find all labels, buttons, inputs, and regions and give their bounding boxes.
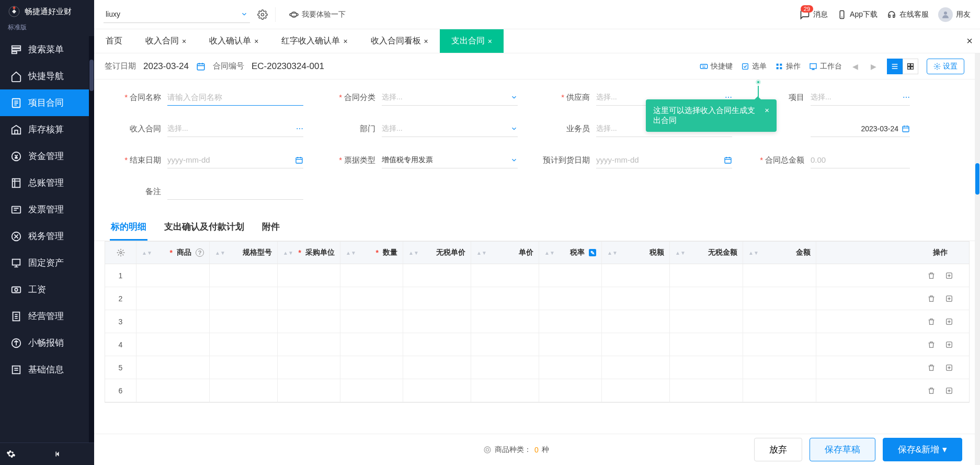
tab-close-icon[interactable]: × xyxy=(254,37,258,46)
nav-label: 总账管理 xyxy=(28,177,64,189)
workbench-action[interactable]: 工作台 xyxy=(809,62,842,71)
sort-icon[interactable]: ▲▼ xyxy=(408,251,419,255)
department-select[interactable]: 选择... xyxy=(382,120,518,137)
delete-row-icon[interactable] xyxy=(927,317,936,326)
experience-link[interactable]: 我要体验一下 xyxy=(283,10,352,19)
save-new-button[interactable]: 保存&新增▾ xyxy=(883,438,962,461)
messages-badge: 29 xyxy=(801,5,813,13)
delete-row-icon[interactable] xyxy=(927,387,936,395)
tab-close-icon[interactable]: × xyxy=(488,37,492,46)
table-row[interactable]: 6 xyxy=(105,379,969,402)
nav-ledger[interactable]: 总账管理 xyxy=(0,169,89,196)
nav-funds[interactable]: 资金管理 xyxy=(0,143,89,169)
delete-row-icon[interactable] xyxy=(927,271,936,280)
gear-icon[interactable] xyxy=(257,9,268,20)
close-all-tabs[interactable]: × xyxy=(959,29,980,53)
add-row-icon[interactable] xyxy=(945,341,953,349)
remark-input[interactable] xyxy=(167,183,303,200)
user-selector[interactable]: liuxy xyxy=(104,6,250,23)
sort-icon[interactable]: ▲▼ xyxy=(476,251,487,255)
view-list-button[interactable] xyxy=(887,59,903,74)
add-row-icon[interactable] xyxy=(945,271,953,280)
nav-basic[interactable]: 基础信息 xyxy=(0,356,89,383)
add-row-icon[interactable] xyxy=(945,294,953,303)
sort-icon[interactable]: ▲▼ xyxy=(346,251,356,255)
tab-expense-contract[interactable]: 支出合同× xyxy=(440,29,504,53)
delete-row-icon[interactable] xyxy=(927,341,936,349)
sort-icon[interactable]: ▲▼ xyxy=(748,251,759,255)
dtab-items[interactable]: 标的明细 xyxy=(110,214,147,241)
project-select[interactable]: 选择...⋯ xyxy=(811,89,910,106)
sort-icon[interactable]: ▲▼ xyxy=(607,251,618,255)
table-row[interactable]: 2 xyxy=(105,287,969,310)
sort-icon[interactable]: ▲▼ xyxy=(675,251,686,255)
tab-red-confirm[interactable]: 红字收入确认单× xyxy=(270,29,359,53)
online-service-button[interactable]: 在线客服 xyxy=(887,10,929,19)
tooltip-close-icon[interactable]: × xyxy=(765,106,769,115)
nav-salary[interactable]: 工资 xyxy=(0,276,89,303)
sidebar-scrollbar[interactable] xyxy=(89,36,94,443)
main-scrollbar[interactable] xyxy=(975,53,980,465)
tab-income-confirm[interactable]: 收入确认单× xyxy=(198,29,270,53)
tab-income-contract[interactable]: 收入合同× xyxy=(134,29,198,53)
tab-close-icon[interactable]: × xyxy=(182,37,186,46)
nav-prev[interactable]: ◀ xyxy=(850,62,860,71)
end-date-input[interactable] xyxy=(167,152,303,168)
income-contract-select[interactable]: 选择...⋯ xyxy=(167,120,303,137)
tab-close-icon[interactable]: × xyxy=(424,37,428,46)
sort-icon[interactable]: ▲▼ xyxy=(283,251,293,255)
discard-button[interactable]: 放弃 xyxy=(754,438,802,461)
nav-inventory[interactable]: 库存核算 xyxy=(0,116,89,143)
table-config-button[interactable] xyxy=(105,242,136,264)
nav-assets[interactable]: 固定资产 xyxy=(0,249,89,276)
select-action[interactable]: 选单 xyxy=(741,62,767,71)
svg-point-15 xyxy=(261,13,264,16)
nav-search-menu[interactable]: 搜索菜单 xyxy=(0,36,89,63)
contract-cat-select[interactable]: 选择... xyxy=(382,89,518,106)
settings-gear-button[interactable] xyxy=(0,443,47,465)
nav-invoice[interactable]: 发票管理 xyxy=(0,196,89,223)
add-row-icon[interactable] xyxy=(945,364,953,372)
collapse-button[interactable] xyxy=(47,443,94,465)
delete-row-icon[interactable] xyxy=(927,294,936,303)
expect-date-input[interactable] xyxy=(596,152,732,168)
tab-income-board[interactable]: 收入合同看板× xyxy=(359,29,440,53)
sort-icon[interactable]: ▲▼ xyxy=(215,251,225,255)
settings-button[interactable]: 设置 xyxy=(927,59,964,74)
dtab-payment[interactable]: 支出确认及付款计划 xyxy=(163,214,245,241)
help-icon[interactable]: ? xyxy=(196,248,204,257)
sort-icon[interactable]: ▲▼ xyxy=(544,251,555,255)
edit-icon[interactable]: ✎ xyxy=(589,249,596,256)
total-amount-input[interactable] xyxy=(811,152,910,168)
tab-home[interactable]: 首页 xyxy=(94,29,134,53)
ops-action[interactable]: 操作 xyxy=(775,62,801,71)
nav-expense[interactable]: 小畅报销 xyxy=(0,330,89,356)
nav-tax[interactable]: 税务管理 xyxy=(0,223,89,249)
add-row-icon[interactable] xyxy=(945,317,953,326)
start-date-input[interactable]: 2023-03-24 xyxy=(811,120,910,137)
nav-next[interactable]: ▶ xyxy=(869,62,879,71)
table-row[interactable]: 3 xyxy=(105,310,969,333)
app-download-button[interactable]: App下载 xyxy=(837,10,878,19)
table-row[interactable]: 5 xyxy=(105,356,969,379)
nav-project-contract[interactable]: 项目合同 xyxy=(0,89,89,116)
view-grid-button[interactable] xyxy=(903,59,918,74)
shortcut-action[interactable]: 快捷键 xyxy=(700,62,733,71)
messages-button[interactable]: 消息 29 xyxy=(800,9,828,20)
nav-quick[interactable]: 快捷导航 xyxy=(0,63,89,89)
table-row[interactable]: 1 xyxy=(105,264,969,287)
dtab-attach[interactable]: 附件 xyxy=(261,214,281,241)
add-row-icon[interactable] xyxy=(945,387,953,395)
contract-name-input[interactable] xyxy=(167,93,303,101)
table-row[interactable]: 4 xyxy=(105,333,969,356)
calendar-icon[interactable] xyxy=(196,62,206,71)
svg-rect-6 xyxy=(13,178,20,187)
field-start-date: x 2023-03-24 xyxy=(753,120,910,137)
delete-row-icon[interactable] xyxy=(927,364,936,372)
nav-biz[interactable]: 经营管理 xyxy=(0,303,89,330)
save-draft-button[interactable]: 保存草稿 xyxy=(810,438,875,461)
user-menu[interactable]: 用友 xyxy=(938,7,971,22)
tab-close-icon[interactable]: × xyxy=(343,37,347,46)
sort-icon[interactable]: ▲▼ xyxy=(142,251,152,255)
invoice-type-select[interactable]: 增值税专用发票 xyxy=(382,152,518,168)
